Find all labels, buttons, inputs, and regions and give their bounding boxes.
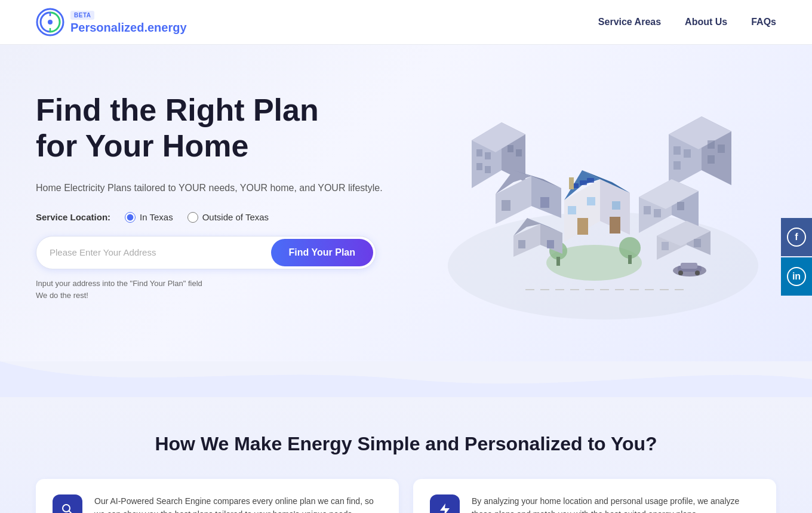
card-icon-search [53,494,82,513]
card-analyze: By analyzing your home location and pers… [413,479,776,513]
hero-title: Find the Right Plan for Your Home [36,93,383,164]
card-ai-search: Our AI-Powered Search Engine compares ev… [36,479,399,513]
svg-rect-11 [485,166,491,173]
hero-subtitle: Home Electricity Plans tailored to YOUR … [36,181,383,195]
linkedin-social[interactable]: in [781,257,812,296]
logo-icon [36,8,64,36]
svg-point-68 [695,271,700,275]
nav-service-areas[interactable]: Service Areas [598,17,661,27]
radio-in-texas[interactable]: In Texas [125,212,173,223]
svg-marker-72 [440,503,450,513]
svg-rect-41 [587,197,595,205]
how-section: How We Make Energy Simple and Personaliz… [0,397,812,513]
find-plan-button[interactable]: Find Your Plan [271,239,373,266]
svg-rect-9 [485,152,491,159]
svg-rect-31 [556,257,560,266]
linkedin-icon: in [787,267,806,286]
wave-divider [0,361,812,397]
svg-rect-51 [654,209,661,217]
svg-rect-20 [718,145,725,153]
hint-text: Input your address into the "Find Your P… [36,278,383,303]
svg-rect-12 [508,145,513,152]
svg-point-1 [48,20,53,24]
svg-rect-38 [577,218,588,235]
card-icon-lightning [430,494,460,513]
svg-rect-58 [547,240,554,248]
radio-outside-texas[interactable]: Outside of Texas [187,212,269,223]
svg-point-67 [678,271,683,275]
svg-rect-21 [673,161,681,170]
svg-rect-52 [677,202,684,210]
svg-rect-42 [612,201,620,210]
card-ai-text: Our AI-Powered Search Engine compares ev… [94,494,382,513]
svg-rect-44 [580,180,587,185]
svg-rect-18 [684,149,691,158]
main-nav: Service Areas About Us FAQs [598,17,776,27]
radio-outside-texas-input[interactable] [187,212,198,223]
hero-illustration [430,69,776,331]
svg-rect-13 [516,149,522,156]
facebook-social[interactable]: f [781,218,812,256]
facebook-icon: f [787,228,806,247]
svg-rect-8 [476,149,482,156]
svg-rect-19 [708,140,715,149]
cards-grid: Our AI-Powered Search Engine compares ev… [36,479,776,513]
svg-rect-62 [662,242,669,250]
card-analyze-text: By analyzing your home location and pers… [472,494,759,513]
svg-rect-17 [673,146,681,155]
hero-content: Find the Right Plan for Your Home Home E… [36,81,383,302]
svg-rect-57 [518,240,525,248]
search-bar: Find Your Plan [36,236,376,269]
radio-in-texas-input[interactable] [125,212,136,223]
svg-rect-27 [502,200,510,211]
logo-brand: Personalized.energy [70,21,187,34]
svg-rect-46 [569,177,574,189]
hero-section: Find the Right Plan for Your Home Home E… [0,45,812,361]
svg-line-71 [69,511,73,514]
city-svg [436,69,770,331]
radio-outside-texas-label: Outside of Texas [202,212,269,222]
logo[interactable]: BETA Personalized.energy [36,8,187,36]
svg-rect-66 [681,263,697,269]
svg-rect-10 [476,163,482,170]
social-sidebar: f in [781,218,812,296]
svg-rect-28 [540,197,549,208]
radio-in-texas-label: In Texas [140,212,173,222]
svg-rect-45 [587,178,594,183]
svg-rect-39 [610,217,620,234]
lightning-icon [438,502,452,513]
svg-rect-22 [708,155,715,164]
beta-badge: BETA [70,11,94,20]
svg-rect-33 [628,255,632,264]
search-icon [60,502,75,513]
nav-faqs[interactable]: FAQs [751,17,776,27]
svg-rect-40 [568,206,576,214]
service-location-label: Service Location: [36,212,110,222]
svg-rect-50 [644,206,651,214]
nav-about-us[interactable]: About Us [685,17,727,27]
header: BETA Personalized.energy Service Areas A… [0,0,812,45]
svg-rect-63 [694,239,701,247]
how-section-title: How We Make Energy Simple and Personaliz… [36,433,776,455]
svg-marker-23 [496,176,531,224]
service-location: Service Location: In Texas Outside of Te… [36,212,383,223]
logo-text: BETA Personalized.energy [70,11,187,34]
address-input[interactable] [36,236,269,269]
